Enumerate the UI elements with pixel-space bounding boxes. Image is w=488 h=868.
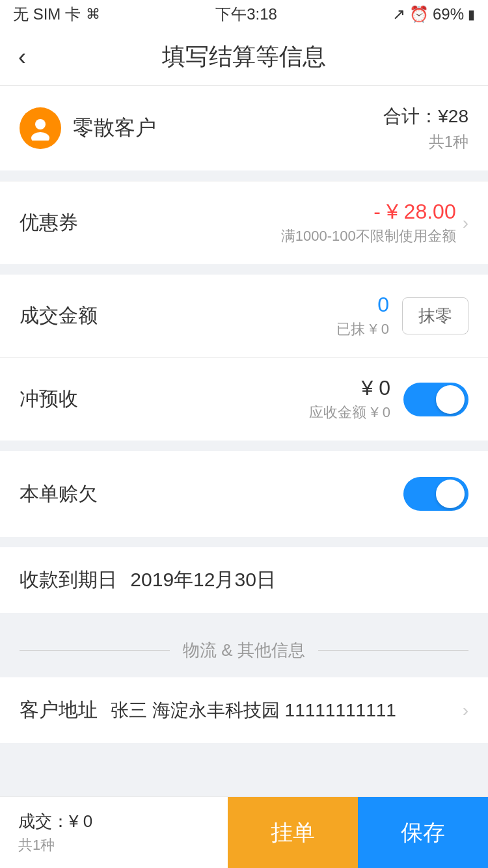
bottom-info: 成交：¥ 0 共1种 bbox=[0, 797, 228, 868]
save-button[interactable]: 保存 bbox=[358, 797, 488, 868]
content-area: 零散客户 合计：¥28 共1种 优惠券 - ¥ 28.00 满1000-100不… bbox=[0, 86, 488, 821]
customer-count: 共1种 bbox=[383, 131, 468, 152]
status-bar: 无 SIM 卡 ⌘ 下午3:18 ↗ ⏰ 69% ▮ bbox=[0, 0, 488, 29]
prepay-row: 冲预收 ¥ 0 应收金额 ¥ 0 bbox=[0, 357, 488, 441]
coupon-desc: 满1000-100不限制使用金额 bbox=[281, 226, 456, 246]
deal-value-block: 0 已抹 ¥ 0 bbox=[336, 293, 389, 339]
prepay-sub: 应收金额 ¥ 0 bbox=[309, 403, 390, 422]
debit-toggle-circle bbox=[436, 480, 465, 508]
carrier-text: 无 SIM 卡 bbox=[13, 4, 81, 25]
back-button[interactable]: ‹ bbox=[18, 44, 26, 71]
bottom-count-text: 共1种 bbox=[18, 835, 210, 855]
battery-icon: ▮ bbox=[468, 7, 475, 22]
hang-button[interactable]: 挂单 bbox=[228, 797, 358, 868]
logistics-text: 物流 & 其他信息 bbox=[183, 639, 305, 662]
debit-toggle[interactable] bbox=[403, 477, 468, 511]
customer-summary: 合计：¥28 共1种 bbox=[383, 104, 468, 152]
bottom-deal-value: ¥ 0 bbox=[69, 811, 92, 831]
bottom-bar: 成交：¥ 0 共1种 挂单 保存 bbox=[0, 796, 488, 868]
deal-sub: 已抹 ¥ 0 bbox=[336, 319, 389, 339]
customer-left: 零散客户 bbox=[20, 107, 156, 149]
deal-amount-row: 成交金额 0 已抹 ¥ 0 抹零 bbox=[0, 275, 488, 357]
debit-section: 本单赊欠 bbox=[0, 451, 488, 537]
coupon-right: - ¥ 28.00 满1000-100不限制使用金额 › bbox=[281, 200, 468, 246]
due-date-label: 收款到期日 bbox=[20, 569, 117, 590]
coupon-chevron-icon: › bbox=[463, 213, 468, 234]
due-date-value: 2019年12月30日 bbox=[130, 569, 275, 590]
customer-name: 零散客户 bbox=[73, 114, 156, 142]
deal-label: 成交金额 bbox=[20, 303, 98, 329]
page-title: 填写结算等信息 bbox=[162, 41, 326, 73]
coupon-section: 优惠券 - ¥ 28.00 满1000-100不限制使用金额 › bbox=[0, 181, 488, 264]
prepay-right: ¥ 0 应收金额 ¥ 0 bbox=[309, 376, 468, 422]
deal-value: 0 bbox=[336, 293, 389, 317]
alarm-icon: ⏰ bbox=[409, 5, 429, 23]
status-right: ↗ ⏰ 69% ▮ bbox=[392, 5, 475, 23]
status-left: 无 SIM 卡 ⌘ bbox=[13, 4, 100, 25]
coupon-label: 优惠券 bbox=[20, 210, 78, 236]
coupon-discount: - ¥ 28.00 bbox=[281, 200, 456, 224]
bottom-deal-text: 成交：¥ 0 bbox=[18, 810, 210, 833]
deal-right: 0 已抹 ¥ 0 抹零 bbox=[336, 293, 468, 339]
address-row[interactable]: 客户地址 张三 海淀永丰科技园 11111111111 › bbox=[0, 677, 488, 743]
customer-row: 零散客户 合计：¥28 共1种 bbox=[0, 86, 488, 170]
coupon-info: - ¥ 28.00 满1000-100不限制使用金额 bbox=[281, 200, 456, 246]
amount-section: 成交金额 0 已抹 ¥ 0 抹零 冲预收 ¥ 0 应收金额 ¥ 0 bbox=[0, 275, 488, 441]
due-date-row: 收款到期日 2019年12月30日 bbox=[0, 547, 488, 613]
avatar bbox=[20, 107, 61, 149]
address-value: 张三 海淀永丰科技园 11111111111 bbox=[111, 698, 463, 723]
coupon-row[interactable]: 优惠券 - ¥ 28.00 满1000-100不限制使用金额 › bbox=[0, 181, 488, 264]
prepay-value: ¥ 0 bbox=[309, 376, 390, 400]
logistics-divider: 物流 & 其他信息 bbox=[0, 623, 488, 677]
customer-total: 合计：¥28 bbox=[383, 104, 468, 129]
prepay-label: 冲预收 bbox=[20, 386, 78, 413]
prepay-value-block: ¥ 0 应收金额 ¥ 0 bbox=[309, 376, 390, 422]
round-zero-button[interactable]: 抹零 bbox=[402, 297, 468, 334]
address-label: 客户地址 bbox=[20, 697, 98, 724]
time-text: 下午3:18 bbox=[215, 4, 277, 25]
battery-text: 69% bbox=[433, 5, 464, 23]
divider-line-left bbox=[20, 650, 170, 651]
address-chevron-icon: › bbox=[463, 700, 468, 721]
nav-bar: ‹ 填写结算等信息 bbox=[0, 29, 488, 86]
wifi-icon: ⌘ bbox=[86, 6, 100, 23]
svg-point-1 bbox=[31, 132, 49, 141]
bottom-deal-label: 成交： bbox=[18, 811, 69, 831]
prepay-toggle[interactable] bbox=[403, 383, 468, 416]
toggle-circle bbox=[436, 385, 465, 414]
divider-line-right bbox=[318, 650, 468, 651]
location-icon: ↗ bbox=[392, 5, 405, 23]
debit-label: 本单赊欠 bbox=[20, 481, 98, 508]
svg-point-0 bbox=[35, 119, 46, 129]
